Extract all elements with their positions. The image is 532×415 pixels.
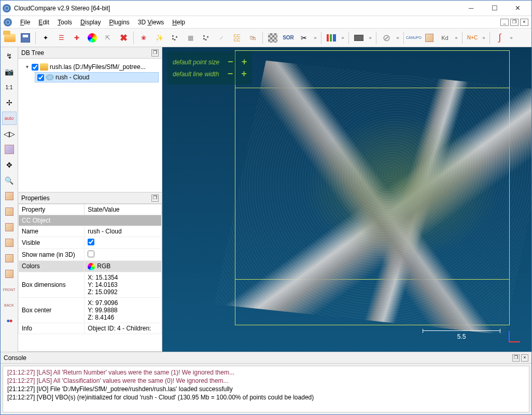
ccc-button[interactable]: CCCC <box>230 31 244 45</box>
view-back-button[interactable] <box>2 236 17 250</box>
toolbar-expand-2[interactable]: » <box>340 35 346 40</box>
dbtree-undock-icon[interactable]: ❐ <box>151 49 159 57</box>
scissors-button[interactable]: ✂ <box>297 31 311 45</box>
tree-collapse-icon[interactable]: ▾ <box>24 64 30 70</box>
iso1-button[interactable] <box>2 143 17 156</box>
tree-file-checkbox[interactable] <box>32 64 38 71</box>
overlay-pointsize-label: default point size <box>173 59 219 66</box>
subsample2-button[interactable] <box>199 31 213 45</box>
pointpick-button[interactable]: ✦ <box>38 31 53 45</box>
move-button[interactable]: ✥ <box>2 158 17 172</box>
toolbar-expand-1[interactable]: » <box>312 35 318 40</box>
minimize-button[interactable]: ─ <box>459 1 483 16</box>
props-header-row: Property State/Value <box>19 204 162 215</box>
mdi-restore-icon[interactable]: ❐ <box>510 19 519 26</box>
menu-edit[interactable]: Edit <box>34 18 53 27</box>
toolbar-expand-7[interactable]: » <box>508 35 514 40</box>
properties-undock-icon[interactable]: ❐ <box>151 195 159 202</box>
prop-visible-checkbox[interactable] <box>88 239 94 245</box>
open-button[interactable] <box>3 31 17 45</box>
console-undock-icon[interactable]: ❐ <box>512 354 520 362</box>
curve-button[interactable]: ∫ <box>493 31 507 45</box>
checker-button[interactable] <box>265 31 280 45</box>
dbtree-header[interactable]: DB Tree ❐ <box>18 47 162 59</box>
props-col-property: Property <box>19 204 85 215</box>
stereo-button[interactable]: ●● <box>2 314 17 327</box>
prop-showname-checkbox[interactable] <box>88 251 94 257</box>
console-header[interactable]: Console ❐ × <box>1 352 531 364</box>
view-front-button[interactable] <box>2 205 17 218</box>
menu-plugins[interactable]: Plugins <box>105 18 133 27</box>
toolbar-expand-4[interactable]: » <box>395 35 401 40</box>
menu-3dviews[interactable]: 3D Views <box>134 18 169 27</box>
close-button[interactable]: ✕ <box>506 1 529 16</box>
view-iso2-button[interactable] <box>2 267 17 281</box>
titlebar: CloudCompare v2.9 Stereo [64-bit] ─ ☐ ✕ <box>1 1 531 16</box>
zoom-1to1-button[interactable]: 1:1 <box>2 80 17 94</box>
props-group-row: CC Object <box>19 215 162 226</box>
toolbar-expand-3[interactable]: » <box>367 35 373 40</box>
console-line: [21:12:27] [LAS] All 'Return Number' val… <box>7 368 525 377</box>
pointsize-minus-button[interactable]: − <box>228 57 233 67</box>
tree-cloud-checkbox[interactable] <box>37 74 44 81</box>
list-button[interactable]: ☰ <box>54 31 68 45</box>
maximize-button[interactable]: ☐ <box>483 1 506 16</box>
menu-tools[interactable]: Tools <box>53 18 76 27</box>
tree-file-label: rush.las (D:/MyFiles/SfM/_potree... <box>50 63 146 71</box>
menu-help[interactable]: Help <box>168 18 189 27</box>
canupo-button[interactable]: CANUPO <box>407 31 421 45</box>
toolbar-expand-5[interactable]: » <box>453 35 459 40</box>
app-icon <box>3 4 11 12</box>
view-top-button[interactable] <box>2 189 17 203</box>
nc-button[interactable]: N+C <box>465 31 480 45</box>
db-tree[interactable]: ▾ rush.las (D:/MyFiles/SfM/_potree... ru… <box>18 59 162 192</box>
camera-icon-button[interactable]: 📷 <box>2 65 17 78</box>
3d-viewport[interactable]: default point size − + default line widt… <box>162 47 531 352</box>
subsample-button[interactable] <box>167 31 182 45</box>
wand-button[interactable]: ✨ <box>152 31 166 45</box>
scale-bar: 5.5 <box>423 329 500 340</box>
tree-file-row[interactable]: ▾ rush.las (D:/MyFiles/SfM/_potree... <box>21 62 159 72</box>
mdi-minimize-icon[interactable]: _ <box>500 19 509 26</box>
logo-icon <box>4 18 12 26</box>
tree-cloud-row[interactable]: rush - Cloud <box>35 72 159 82</box>
fit-button[interactable]: ⟋ <box>214 31 229 45</box>
menu-display[interactable]: Display <box>76 18 105 27</box>
console-title: Console <box>4 354 511 362</box>
primitive-button[interactable] <box>422 31 437 45</box>
reset-view-button[interactable]: ↯ <box>2 49 17 63</box>
axis-x-icon <box>509 341 520 342</box>
mdi-close-icon[interactable]: × <box>520 19 528 26</box>
console-panel[interactable]: [21:12:27] [LAS] All 'Return Number' val… <box>3 366 529 412</box>
magnify-button[interactable]: 🔍 <box>2 174 17 187</box>
linewidth-minus-button[interactable]: − <box>227 68 233 79</box>
delete-button[interactable]: ✖ <box>116 31 131 45</box>
merge-button[interactable]: ⇱ <box>101 31 115 45</box>
pick-rotation-button[interactable]: ✢ <box>2 96 17 109</box>
clone-button[interactable]: ✚ <box>69 31 84 45</box>
histogram-button[interactable] <box>324 31 339 45</box>
toolbar-expand-6[interactable]: » <box>481 35 487 40</box>
view-bottom-button[interactable] <box>2 252 17 265</box>
menu-file[interactable]: File <box>16 18 34 27</box>
view-back2-button[interactable]: BACK <box>2 298 17 312</box>
colorize-button[interactable] <box>85 31 100 45</box>
save-button[interactable] <box>18 31 33 45</box>
camera-button[interactable] <box>352 31 366 45</box>
view-front2-button[interactable]: FRONT <box>2 283 17 296</box>
sor-button[interactable]: SOR <box>281 31 296 45</box>
kd-button[interactable]: Kd <box>438 31 452 45</box>
properties-header[interactable]: Properties ❐ <box>18 192 162 204</box>
view-side-button[interactable] <box>2 220 17 234</box>
console-close-icon[interactable]: × <box>521 354 528 362</box>
props-boxcenter-row: Box centerX: 97.9096Y: 99.9888Z: 8.4146 <box>19 297 162 323</box>
toggle-axis-button[interactable]: ◁▷ <box>2 127 17 141</box>
sphere-button[interactable]: ❀ <box>136 31 151 45</box>
linewidth-plus-button[interactable]: + <box>241 68 247 79</box>
globe-button[interactable]: ⊘ <box>379 31 394 45</box>
pointsize-plus-button[interactable]: + <box>242 57 247 67</box>
auto-pick-button[interactable]: auto <box>2 112 17 125</box>
scale-value: 5.5 <box>457 333 466 340</box>
bag-button[interactable]: 🛍 <box>245 31 260 45</box>
mesh-button[interactable]: ▦ <box>183 31 198 45</box>
